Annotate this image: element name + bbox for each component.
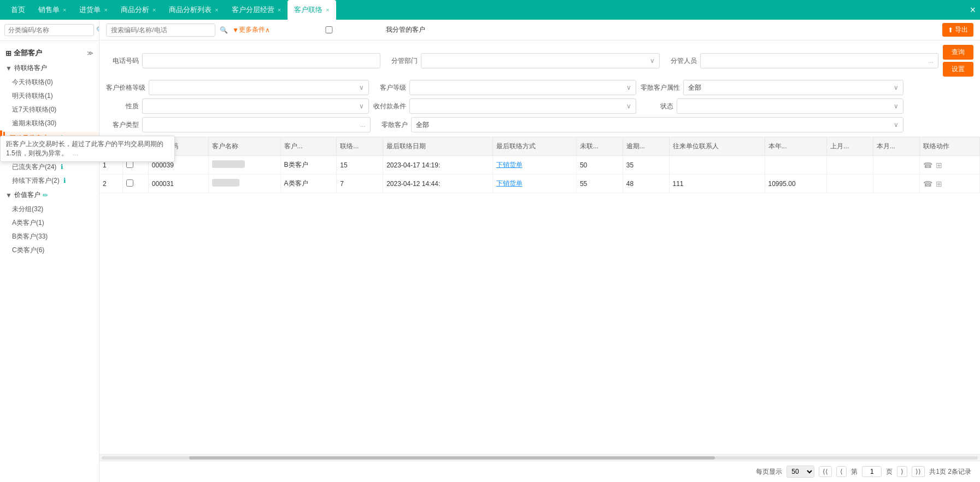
more-conditions-btn[interactable]: ▼ 更多条件 ∧ — [232, 25, 270, 34]
row1-year-amount — [765, 156, 827, 175]
section-pending-contact: ▼ 待联络客户 今天待联络(0) 明天待联络(1) 近7天待联络(0) 逾期未联… — [0, 61, 99, 130]
row2-grade: A类客户 — [280, 175, 337, 193]
row1-contact-person — [669, 156, 765, 175]
nav-customer-contact-close[interactable]: × — [326, 7, 329, 13]
nav-customer-tier-close[interactable]: × — [278, 7, 281, 13]
nav-sales[interactable]: 销售单 × — [32, 0, 73, 20]
person-input[interactable]: ... — [700, 53, 938, 68]
grid-icon: ⊞ — [5, 49, 11, 57]
row1-phone-icon[interactable]: ☎ — [923, 161, 932, 170]
main-layout: 🔍 ⊞ 全部客户 ≫ ▼ 待联络客户 今天待联络(0) 明天待联络(1) — [0, 20, 980, 482]
scroll-thumb[interactable] — [189, 456, 715, 460]
sidebar-item-c-class[interactable]: C类客户(6) — [0, 243, 99, 257]
payment-arrow: ∨ — [626, 102, 631, 110]
per-page-label: 每页显示 — [756, 467, 782, 477]
sidebar-item-b-class[interactable]: B类客户(33) — [0, 230, 99, 243]
search-input[interactable] — [106, 24, 215, 37]
export-button[interactable]: ⬆ 导出 — [942, 23, 973, 37]
row1-grid-icon[interactable]: ⊞ — [936, 161, 942, 170]
sidebar-item-declining[interactable]: 持续下滑客户(2) ℹ — [0, 174, 99, 188]
sidebar-item-today[interactable]: 今天待联络(0) — [0, 76, 99, 89]
row2-select[interactable] — [126, 179, 133, 187]
first-page-btn[interactable]: ⟨⟨ — [819, 466, 832, 477]
sidebar-item-7days[interactable]: 近7天待联络(0) — [0, 103, 99, 117]
status-input[interactable]: ∨ — [677, 98, 903, 114]
col-last-month: 上月... — [827, 137, 873, 156]
nav-product-analysis-list-close[interactable]: × — [215, 7, 218, 13]
settings-button[interactable]: 设置 — [943, 62, 973, 77]
nav-product-analysis[interactable]: 商品分析 × — [114, 0, 162, 20]
content-area: 🔍 ▼ 更多条件 ∧ 我分管的客户 ⬆ 导出 电话号码 — [99, 20, 980, 482]
export-icon: ⬆ — [948, 26, 953, 34]
section-pending-contact-title[interactable]: ▼ 待联络客户 — [0, 61, 99, 76]
dept-input[interactable]: ∨ — [421, 53, 659, 68]
nav-close-all[interactable]: × — [970, 4, 976, 16]
section-value-customer: ▼ 价值客户 ✏ 未分组(32) A类客户(1) B类客户(33) C类客户(6… — [0, 188, 99, 257]
nav-home[interactable]: 首页 — [4, 0, 32, 20]
nav-customer-tier[interactable]: 客户分层经营 × — [225, 0, 287, 20]
nav-customer-contact[interactable]: 客户联络 × — [287, 0, 336, 20]
query-button[interactable]: 查询 — [943, 45, 973, 60]
payment-field: 收付款条件 ∨ — [373, 98, 636, 114]
filter-row-4: 客户类型 ... 零散客户 全部 ∨ — [106, 117, 973, 132]
row2-name-blur — [212, 179, 239, 187]
person-dots: ... — [928, 57, 934, 65]
filter-row-2: 客户价格等级 ∨ 客户等级 ∨ 零散客户属性 全部 ∨ — [106, 80, 973, 95]
nav-sales-close[interactable]: × — [63, 7, 66, 13]
row1-method-link[interactable]: 下销货单 — [496, 161, 523, 169]
col-overdue: 逾期... — [623, 137, 669, 156]
row1-last-method[interactable]: 下销货单 — [492, 156, 576, 175]
row1-contact-count: 15 — [337, 156, 383, 175]
row2-grid-icon[interactable]: ⊞ — [936, 179, 942, 188]
nav-product-analysis-list[interactable]: 商品分析列表 × — [162, 0, 225, 20]
col-this-month: 本月... — [873, 137, 920, 156]
payment-input[interactable]: ∨ — [409, 98, 636, 114]
nav-purchase-close[interactable]: × — [104, 7, 107, 13]
customer-type-input[interactable]: ... — [142, 117, 371, 132]
prev-page-btn[interactable]: ⟨ — [836, 466, 847, 477]
row1-name[interactable] — [208, 156, 280, 175]
page-num-input[interactable] — [862, 466, 882, 477]
grade-arrow: ∨ — [626, 84, 631, 91]
per-page-select[interactable]: 50 20 100 — [787, 466, 814, 478]
gender-arrow: ∨ — [359, 102, 364, 110]
filter-form: 电话号码 分管部门 ∨ 分管人员 ... 查询 设置 — [99, 40, 980, 137]
row2-method-link[interactable]: 下销货单 — [496, 179, 523, 187]
sidebar-all-customers[interactable]: ⊞ 全部客户 ≫ — [0, 45, 99, 61]
row1-last-month — [827, 156, 873, 175]
retail-attr-input[interactable]: 全部 ∨ — [683, 80, 903, 95]
status-field: 状态 ∨ — [641, 98, 903, 114]
nav-product-analysis-close[interactable]: × — [152, 7, 156, 13]
collapse-icon: ≫ — [87, 50, 93, 57]
sidebar-search-input[interactable] — [4, 24, 94, 36]
row2-name[interactable] — [208, 175, 280, 193]
sidebar-item-tomorrow[interactable]: 明天待联络(1) — [0, 89, 99, 103]
my-customer-checkbox[interactable]: 我分管的客户 — [274, 25, 425, 34]
edit-icon[interactable]: ✏ — [43, 191, 48, 199]
my-customer-check[interactable] — [274, 26, 384, 33]
col-contact-count: 联络... — [337, 137, 383, 156]
retail-customer-input[interactable]: 全部 ∨ — [411, 117, 903, 132]
sidebar-item-ungrouped[interactable]: 未分组(32) — [0, 202, 99, 216]
row2-last-month — [827, 175, 873, 193]
sidebar-item-lost[interactable]: 已流失客户(24) ℹ — [0, 160, 99, 174]
row1-name-blur — [212, 160, 245, 168]
phone-input[interactable] — [142, 53, 380, 68]
last-page-btn[interactable]: ⟩⟩ — [912, 466, 925, 477]
row2-last-method[interactable]: 下销货单 — [492, 175, 576, 193]
dots-icon: ... — [360, 121, 366, 129]
next-page-btn[interactable]: ⟩ — [897, 466, 907, 477]
row1-action: ☎ ⊞ — [919, 156, 979, 175]
gender-input[interactable]: ∨ — [142, 98, 369, 114]
section-value-title[interactable]: ▼ 价值客户 ✏ — [0, 188, 99, 202]
sidebar-item-a-class[interactable]: A类客户(1) — [0, 216, 99, 230]
price-grade-input[interactable]: ∨ — [149, 80, 369, 95]
price-grade-arrow: ∨ — [359, 84, 364, 91]
row2-phone-icon[interactable]: ☎ — [923, 179, 932, 188]
nav-purchase[interactable]: 进货单 × — [73, 0, 114, 20]
search-button[interactable]: 🔍 — [220, 26, 228, 34]
horizontal-scrollbar[interactable] — [102, 456, 978, 460]
grade-input[interactable]: ∨ — [409, 80, 636, 95]
sidebar-item-overdue[interactable]: 逾期未联络(30) — [0, 117, 99, 130]
row2-checkbox[interactable] — [122, 175, 148, 193]
